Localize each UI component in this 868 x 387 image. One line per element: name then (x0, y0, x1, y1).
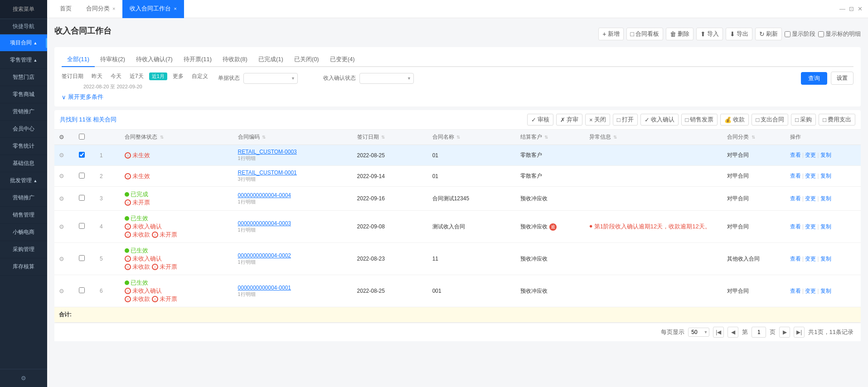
sort-customer-icon[interactable]: ⇅ (544, 135, 548, 140)
row-gear-icon[interactable]: ⚙ (59, 256, 64, 262)
close-btn[interactable]: ✕ (858, 5, 863, 12)
filter-tab-changed[interactable]: 已变更(4) (325, 53, 360, 66)
action-close-button[interactable]: ×关闭 (585, 114, 610, 126)
sort-date-icon[interactable]: ⇅ (381, 135, 385, 140)
tab-income-workbench[interactable]: 收入合同工作台× (122, 0, 184, 18)
filter-tab-pending-payment[interactable]: 待收款(8) (217, 53, 253, 66)
filter-tab-pending-review[interactable]: 待审核(2) (95, 53, 131, 66)
sidebar-item-basic-info[interactable]: 基础信息 (0, 155, 47, 172)
filter-tab-closed[interactable]: 已关闭(0) (289, 53, 325, 66)
date-opt-last7[interactable]: 近7天 (127, 72, 146, 81)
sidebar-item-retail-mall[interactable]: 零售商城 (0, 86, 47, 103)
action-open-button[interactable]: □打开 (613, 114, 638, 126)
show-cols-checkbox-label[interactable]: 显示阶段 (785, 30, 815, 38)
action-income-confirm-button[interactable]: ✓收入确认 (640, 114, 679, 126)
edit-button[interactable]: 变更 (805, 173, 816, 179)
date-opt-last1m[interactable]: 近1月 (149, 73, 167, 80)
view-button[interactable]: 查看 (790, 223, 801, 230)
tab-home[interactable]: 首页 (53, 0, 79, 18)
next-page-btn[interactable]: ▶ (779, 327, 790, 338)
sidebar-item-purchase[interactable]: 采购管理 (0, 241, 47, 258)
date-opt-today[interactable]: 今天 (108, 72, 124, 81)
row-checkbox[interactable] (79, 195, 85, 201)
sort-name-icon[interactable]: ⇅ (456, 135, 460, 140)
date-opt-more[interactable]: 更多 (170, 72, 186, 81)
view-button[interactable]: 查看 (790, 288, 801, 294)
row-checkbox[interactable] (79, 287, 85, 293)
edit-button[interactable]: 变更 (805, 256, 816, 262)
row-gear-icon[interactable]: ⚙ (59, 223, 64, 230)
sidebar-item-marketing[interactable]: 营销推广 (0, 103, 47, 121)
copy-button[interactable]: 复制 (820, 256, 831, 262)
kanban-button[interactable]: □合同看板 (626, 28, 663, 40)
maximize-btn[interactable]: ⊡ (849, 5, 854, 12)
edit-button[interactable]: 变更 (805, 223, 816, 230)
date-opt-yesterday[interactable]: 昨天 (89, 72, 105, 81)
filter-tab-completed[interactable]: 已完成(1) (253, 53, 289, 66)
view-button[interactable]: 查看 (790, 152, 801, 158)
doc-status-select[interactable] (243, 73, 298, 84)
copy-button[interactable]: 复制 (820, 173, 831, 179)
sort-code-icon[interactable]: ⇅ (262, 135, 266, 140)
action-abandon-button[interactable]: ✗弃审 (556, 114, 582, 126)
minimize-btn[interactable]: — (839, 5, 845, 12)
tab-contract-cat[interactable]: 合同分类× (79, 0, 122, 18)
first-page-btn[interactable]: |◀ (713, 327, 724, 338)
action-output-contract-button[interactable]: □支出合同 (752, 114, 788, 126)
contract-code-link[interactable]: 0000000000004-0001 (238, 285, 291, 291)
filter-tab-pending-confirm[interactable]: 待收入确认(7) (131, 53, 178, 66)
sort-status-icon[interactable]: ⇅ (160, 135, 164, 140)
refresh-button[interactable]: ↻刷新 (755, 28, 782, 40)
edit-button[interactable]: 变更 (805, 195, 816, 202)
sidebar-item-sales-mgmt[interactable]: 销售管理 (0, 207, 47, 224)
sidebar-item-wholesale[interactable]: 批发管理▲ (0, 172, 47, 189)
row-checkbox[interactable] (79, 173, 85, 179)
page-number-input[interactable] (752, 327, 766, 338)
copy-button[interactable]: 复制 (820, 223, 831, 230)
sidebar-item-member[interactable]: 会员中心 (0, 121, 47, 138)
show-cols-checkbox[interactable] (785, 31, 790, 37)
row-gear-icon[interactable]: ⚙ (59, 288, 64, 295)
action-purchase-button[interactable]: □采购 (791, 114, 816, 126)
sidebar-nav[interactable]: 快捷导航 (0, 19, 47, 34)
copy-button[interactable]: 复制 (820, 195, 831, 202)
prev-page-btn[interactable]: ◀ (727, 327, 738, 338)
contract-code-link[interactable]: 0000000000004-0004 (238, 192, 291, 198)
last-page-btn[interactable]: ▶| (794, 327, 805, 338)
action-collect-button[interactable]: 💰收款 (720, 114, 749, 126)
view-button[interactable]: 查看 (790, 256, 801, 262)
sidebar-item-retail[interactable]: 零售管理▲ (0, 52, 47, 69)
show-details-checkbox-label[interactable]: 显示标的明细 (818, 30, 861, 38)
import-button[interactable]: ⬆导入 (696, 28, 723, 40)
contract-code-link[interactable]: 0000000000004-0003 (238, 220, 291, 227)
settings-button[interactable]: 设置 (831, 72, 853, 85)
sidebar-item-project[interactable]: 项目合同▲ (0, 34, 47, 52)
copy-button[interactable]: 复制 (820, 288, 831, 294)
tab-close-income-workbench[interactable]: × (174, 6, 176, 11)
filter-tab-all[interactable]: 全部(11) (62, 53, 95, 67)
select-all-checkbox[interactable] (79, 134, 85, 140)
view-button[interactable]: 查看 (790, 195, 801, 202)
show-details-checkbox[interactable] (818, 31, 824, 37)
delete-button[interactable]: 🗑删除 (666, 28, 693, 40)
tab-close-contract-cat[interactable]: × (112, 6, 115, 11)
new-button[interactable]: +新增 (598, 28, 623, 40)
view-button[interactable]: 查看 (790, 173, 801, 179)
row-checkbox[interactable] (79, 152, 85, 158)
row-gear-icon[interactable]: ⚙ (59, 195, 64, 202)
income-status-select[interactable] (359, 73, 414, 84)
sidebar-item-mkt-promo[interactable]: 营销推广 (0, 189, 47, 207)
sidebar-settings[interactable]: ⚙ (0, 369, 47, 387)
row-checkbox[interactable] (79, 255, 85, 261)
gear-icon[interactable]: ⚙ (59, 134, 64, 140)
action-sales-invoice-button[interactable]: □销售发票 (681, 114, 718, 126)
edit-button[interactable]: 变更 (805, 152, 816, 158)
filter-tab-pending-invoice[interactable]: 待开票(11) (178, 53, 217, 66)
copy-button[interactable]: 复制 (820, 152, 831, 158)
action-expense-out-button[interactable]: □费用支出 (819, 114, 855, 126)
sidebar-item-retail-stat[interactable]: 零售统计 (0, 138, 47, 155)
sidebar-item-ecommerce[interactable]: 小畅电商 (0, 224, 47, 241)
sidebar-item-smart-store[interactable]: 智慧门店 (0, 69, 47, 86)
sort-type-icon[interactable]: ⇅ (752, 135, 755, 140)
edit-button[interactable]: 变更 (805, 288, 816, 294)
